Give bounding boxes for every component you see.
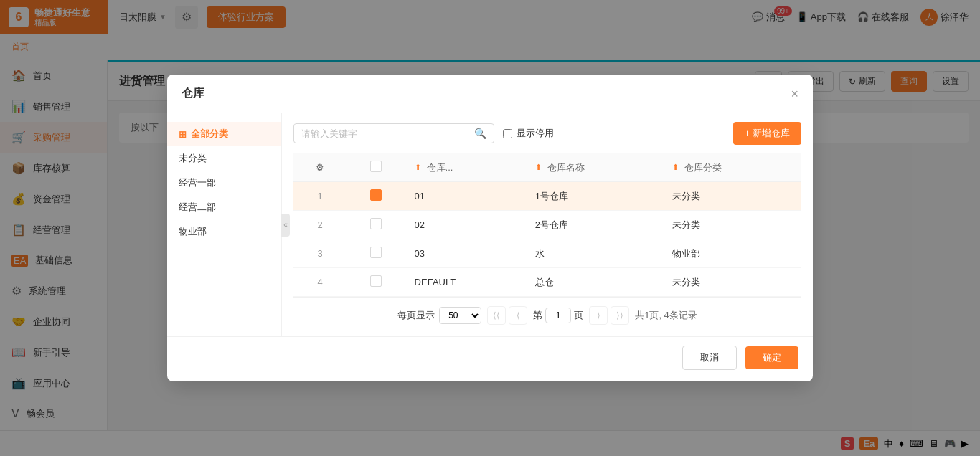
row-name: 2号仓库 [527, 211, 664, 239]
row-no: 01 [406, 182, 527, 211]
show-disabled-label: 显示停用 [517, 127, 554, 140]
row-name: 总仓 [527, 268, 664, 297]
row-checkbox-cell [347, 268, 405, 297]
row-index-cell: 2 [293, 211, 347, 239]
row-no: 02 [406, 211, 527, 239]
cat-label-unclassified: 未分类 [179, 152, 207, 165]
row-checkbox[interactable] [370, 247, 382, 258]
warehouse-table: ⚙ ⬆ 仓库... ⬆ [293, 153, 801, 297]
last-page-button[interactable]: ⟩⟩ [611, 306, 629, 325]
page-nav-next: ⟩ ⟩⟩ [589, 306, 629, 325]
add-warehouse-button[interactable]: + 新增仓库 [733, 122, 801, 145]
page-nav: ⟨⟨ ⟨ [487, 306, 527, 325]
cat-item-ops2[interactable]: 经营二部 [167, 195, 281, 219]
page-number-input[interactable] [545, 308, 571, 323]
page-label: 第 [533, 309, 542, 322]
show-disabled-checkbox[interactable] [503, 129, 512, 138]
page-unit-label: 页 [574, 309, 583, 322]
cat-label-all: 全部分类 [191, 128, 228, 141]
cancel-button[interactable]: 取消 [682, 346, 737, 370]
row-name: 水 [527, 239, 664, 268]
row-checkbox[interactable] [370, 275, 382, 287]
search-box: 🔍 [293, 123, 494, 143]
per-page-select[interactable]: 50 10 20 100 [439, 307, 481, 324]
row-checkbox[interactable] [370, 189, 382, 201]
modal-toolbar: 🔍 显示停用 + 新增仓库 [293, 122, 801, 145]
modal-header: 仓库 × [167, 75, 813, 113]
cat-label-ops2: 经营二部 [179, 201, 216, 214]
row-category: 未分类 [664, 268, 801, 297]
cat-item-ops1[interactable]: 经营一部 [167, 171, 281, 195]
modal-footer: 取消 确定 [167, 336, 813, 381]
prev-page-button[interactable]: ⟨ [509, 306, 527, 325]
total-info: 共1页, 4条记录 [635, 309, 697, 322]
row-checkbox-cell [347, 239, 405, 268]
cat-item-all[interactable]: ⊞ 全部分类 [167, 122, 281, 146]
modal-overlay: 仓库 × ⊞ 全部分类 未分类 经营一部 经营二部 [0, 0, 980, 456]
table-row[interactable]: 1 01 1号仓库 未分类 [293, 182, 801, 211]
confirm-button[interactable]: 确定 [745, 346, 798, 369]
sort-icon-name: ⬆ [535, 163, 542, 172]
first-page-button[interactable]: ⟨⟨ [487, 306, 506, 325]
col-checkbox [347, 153, 405, 182]
search-input[interactable] [301, 128, 470, 139]
row-category: 未分类 [664, 182, 801, 211]
cat-sidebar-toggle[interactable]: « [281, 214, 290, 237]
table-row[interactable]: 3 03 水 物业部 [293, 239, 801, 268]
row-index-cell: 3 [293, 239, 347, 268]
page-input: 第 页 [533, 308, 583, 323]
modal-close-button[interactable]: × [791, 87, 798, 100]
modal-title: 仓库 [182, 86, 204, 101]
sort-icon-cat: ⬆ [672, 163, 679, 172]
row-checkbox[interactable] [370, 218, 382, 229]
sort-icon-no: ⬆ [415, 163, 421, 172]
warehouse-modal: 仓库 × ⊞ 全部分类 未分类 经营一部 经营二部 [167, 75, 813, 381]
row-name: 1号仓库 [527, 182, 664, 211]
next-page-button[interactable]: ⟩ [589, 306, 608, 325]
col-category[interactable]: ⬆ 仓库分类 [664, 153, 801, 182]
cat-label-ops1: 经营一部 [179, 176, 216, 189]
modal-main: 🔍 显示停用 + 新增仓库 ⚙ [282, 113, 813, 336]
col-name[interactable]: ⬆ 仓库名称 [527, 153, 664, 182]
header-checkbox[interactable] [370, 161, 382, 172]
row-no: DEFAULT [406, 268, 527, 297]
row-index-cell: 4 [293, 268, 347, 297]
table-row[interactable]: 4 DEFAULT 总仓 未分类 [293, 268, 801, 297]
show-disabled: 显示停用 [503, 127, 554, 140]
category-sidebar: ⊞ 全部分类 未分类 经营一部 经营二部 物业部 « [167, 113, 282, 336]
col-no[interactable]: ⬆ 仓库... [406, 153, 527, 182]
modal-body: ⊞ 全部分类 未分类 经营一部 经营二部 物业部 « [167, 113, 813, 336]
cat-label-property: 物业部 [179, 225, 207, 238]
col-settings: ⚙ [293, 153, 347, 182]
row-no: 03 [406, 239, 527, 268]
cat-item-unclassified[interactable]: 未分类 [167, 146, 281, 171]
cat-item-property[interactable]: 物业部 [167, 219, 281, 244]
grid-icon: ⊞ [179, 129, 187, 140]
table-row[interactable]: 2 02 2号仓库 未分类 [293, 211, 801, 239]
search-icon: 🔍 [474, 128, 486, 139]
per-page-label: 每页显示 [397, 309, 435, 322]
row-category: 未分类 [664, 211, 801, 239]
modal-pagination: 每页显示 50 10 20 100 ⟨⟨ ⟨ 第 [293, 297, 801, 328]
row-checkbox-cell [347, 211, 405, 239]
row-category: 物业部 [664, 239, 801, 268]
page-size-select: 每页显示 50 10 20 100 [397, 307, 481, 324]
row-index-cell: 1 [293, 182, 347, 211]
row-checkbox-cell [347, 182, 405, 211]
